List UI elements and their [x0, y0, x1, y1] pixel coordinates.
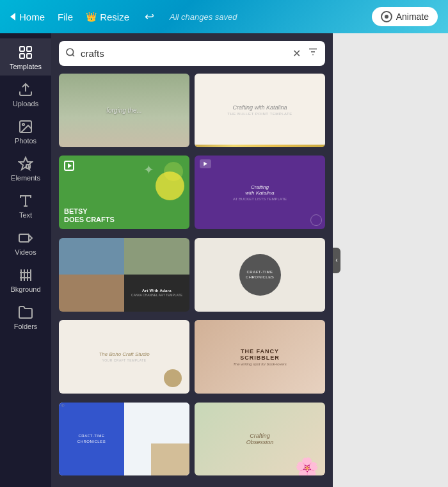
card-title: CraftingObsession	[246, 433, 274, 445]
sidebar-label-videos: Videos	[15, 248, 36, 256]
svg-rect-1	[27, 47, 31, 51]
file-menu[interactable]: File	[58, 12, 73, 22]
svg-rect-11	[19, 234, 29, 242]
text-icon	[18, 193, 33, 209]
template-card[interactable]: Crafting with Katalina THE BULLET POINT …	[195, 74, 325, 147]
svg-point-19	[67, 49, 74, 56]
background-icon	[18, 267, 33, 283]
sidebar-item-text[interactable]: Text	[0, 187, 51, 224]
animate-label: Animate	[396, 12, 429, 22]
template-card[interactable]: © CRAFT-TIMECHRONICLES	[59, 403, 189, 476]
search-bar: ✕	[59, 41, 325, 66]
elements-icon	[18, 156, 33, 172]
card-title: Crafting with Katalina AT BUCKET LISTS T…	[233, 184, 287, 201]
card-title: BETSYDOES CRAFTS	[64, 207, 184, 224]
circle-logo: CRAFT-TIMECHRONICLES	[239, 254, 281, 296]
sidebar-label-folders: Folders	[14, 323, 38, 330]
sidebar-item-background[interactable]: Bkground	[0, 261, 51, 298]
flower-decoration: 🌸	[295, 456, 319, 475]
template-card[interactable]: Art With Adara CANVA CHANNEL ART TEMPLAT…	[59, 238, 189, 312]
decoration-circle	[164, 369, 182, 387]
card-content: Crafting with Katalina THE BULLET POINT …	[227, 104, 292, 116]
tag: ©	[61, 404, 64, 408]
sidebar-item-photos[interactable]: Photos	[0, 113, 51, 150]
chevron-left-icon	[10, 13, 15, 20]
animate-button[interactable]: Animate	[372, 7, 438, 26]
svg-rect-0	[20, 47, 24, 51]
upload-icon	[18, 82, 33, 97]
sidebar-item-elements[interactable]: Elements	[0, 150, 51, 187]
card-title-cell: Art With Adara CANVA CHANNEL ART TEMPLAT…	[124, 275, 189, 311]
templates-panel: ✕ ‹ forging the... Crafting with	[51, 33, 333, 487]
template-card[interactable]: THE FANCYSCRIBBLER The writing spot for …	[195, 320, 325, 394]
svg-rect-3	[27, 54, 31, 58]
search-icon	[65, 47, 76, 60]
svg-marker-12	[29, 235, 32, 241]
image-decoration	[151, 443, 189, 475]
decoration-shape: ✦	[143, 162, 154, 177]
video-icon	[18, 230, 33, 246]
play-icon	[64, 161, 74, 171]
main-layout: Templates Uploads Photos Elements	[0, 33, 448, 487]
svg-rect-2	[20, 54, 24, 58]
home-label: Home	[19, 12, 45, 22]
template-card[interactable]: forging the...	[59, 74, 189, 147]
card-content: The Boho Craft Studio YOUR CRAFT TEMPLAT…	[99, 351, 149, 362]
grid-image	[124, 238, 189, 275]
clear-search-button[interactable]: ✕	[291, 46, 302, 61]
template-card[interactable]: The Boho Craft Studio YOUR CRAFT TEMPLAT…	[59, 320, 189, 394]
play-icon	[200, 159, 211, 168]
sidebar-item-videos[interactable]: Videos	[0, 224, 51, 261]
sidebar-item-uploads[interactable]: Uploads	[0, 76, 51, 113]
sidebar-label-elements: Elements	[11, 174, 40, 182]
image-section	[124, 403, 189, 476]
svg-point-6	[22, 124, 24, 125]
card-title: forging the...	[106, 107, 142, 114]
sidebar-label-templates: Templates	[10, 63, 42, 70]
svg-line-20	[72, 54, 74, 56]
filter-button[interactable]	[307, 46, 319, 61]
chevron-left-panel-icon: ‹	[335, 257, 337, 264]
folder-icon	[18, 305, 33, 320]
card-content: THE FANCYSCRIBBLER The writing spot for …	[195, 320, 325, 394]
decoration	[310, 214, 322, 226]
sidebar-label-photos: Photos	[15, 137, 36, 145]
panel-collapse-button[interactable]: ‹	[333, 248, 340, 273]
grid-image	[59, 275, 124, 311]
sidebar-item-folders[interactable]: Folders	[0, 298, 51, 335]
crown-icon: 👑	[86, 12, 97, 22]
resize-button[interactable]: 👑 Resize	[86, 12, 129, 22]
template-card[interactable]: CRAFT-TIMECHRONICLES	[195, 238, 325, 312]
animate-icon	[381, 11, 392, 22]
home-button[interactable]: Home	[10, 12, 45, 22]
topbar: Home File 👑 Resize ↩ All changes saved A…	[0, 0, 448, 33]
search-input[interactable]	[81, 48, 286, 59]
image-icon	[18, 119, 33, 134]
sidebar-item-templates[interactable]: Templates	[0, 38, 51, 76]
template-card[interactable]: Crafting with Katalina AT BUCKET LISTS T…	[195, 156, 325, 229]
blue-section: CRAFT-TIMECHRONICLES	[59, 403, 124, 476]
template-card[interactable]: ✦ BETSYDOES CRAFTS	[59, 156, 189, 229]
saved-status: All changes saved	[170, 12, 237, 22]
svg-marker-24	[204, 162, 207, 166]
decoration-circle	[156, 172, 184, 200]
undo-button[interactable]: ↩	[145, 10, 154, 24]
sidebar-label-background: Bkground	[10, 285, 40, 293]
grid-image	[59, 238, 124, 275]
sidebar-label-uploads: Uploads	[13, 100, 38, 108]
grid-icon	[18, 45, 33, 60]
templates-grid: forging the... Crafting with Katalina TH…	[51, 71, 333, 487]
accent-bar	[195, 145, 325, 147]
sidebar-label-text: Text	[19, 211, 32, 219]
canvas-area	[333, 33, 448, 487]
template-card[interactable]: CraftingObsession 🌸	[195, 403, 325, 476]
sidebar: Templates Uploads Photos Elements	[0, 33, 51, 487]
